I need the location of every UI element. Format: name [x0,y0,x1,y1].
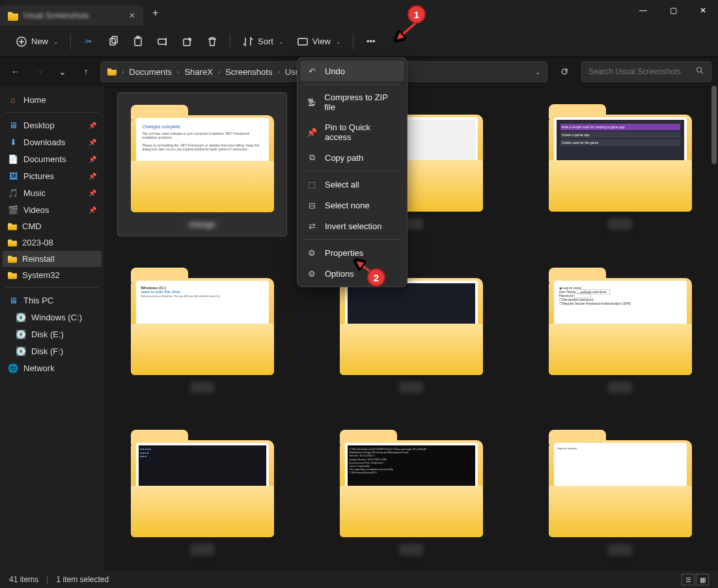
folder-item[interactable]: Windows (C:)need to scan this drivefind … [117,256,287,399]
sidebar-item-network[interactable]: 🌐 Network [3,359,102,376]
view-button[interactable]: View ⌄ [292,32,346,51]
sidebar-item-label: Pictures [23,171,54,181]
pin-icon: 📌 [89,206,96,214]
rename-button[interactable] [152,32,174,51]
icons-view-button[interactable]: ▦ [696,574,709,585]
drive-icon: 💽 [16,346,26,356]
refresh-button[interactable] [553,61,576,82]
ctx-invert[interactable]: ⇄Invert selection [300,216,404,236]
document-icon: 📄 [8,154,18,164]
folder-item[interactable]: ◉ Log on usingUser Name: outlook-usernam… [535,256,705,399]
ctx-pin[interactable]: 📌Pin to Quick access [300,117,404,147]
ctx-undo[interactable]: ↶Undo [300,61,404,81]
tab-title: Usual Screenshots [23,11,89,20]
pin-icon: 📌 [89,139,96,146]
sidebar-item-documents[interactable]: 📄Documents📌 [3,150,102,167]
new-button[interactable]: New ⌄ [10,32,64,51]
sidebar-item-label: 2023-08 [22,238,53,247]
search-box[interactable] [581,61,711,82]
ctx-zip[interactable]: 🗜Compress to ZIP file [300,87,404,117]
back-button[interactable]: ← [7,63,25,81]
sidebar-item-system32[interactable]: System32 [3,267,102,283]
sidebar-item-videos[interactable]: 🎬Videos📌 [3,201,102,218]
folder-label [608,544,632,555]
drive-label: Disk (E:) [31,329,64,339]
sidebar-item-label: System32 [22,270,60,280]
sidebar-drive[interactable]: 💽Disk (F:) [3,343,102,359]
up-button[interactable]: ↑ [77,63,95,81]
folder-item[interactable]: ■ ■ ■ ■ ■■ ■ ■ ■■ ■ ■ [117,418,287,561]
recent-button[interactable]: ⌄ [53,63,72,81]
separator [5,112,99,113]
delete-button[interactable] [201,32,223,51]
ctx-copy[interactable]: ⧉Copy path [300,147,404,168]
select-all-icon: ⬚ [307,179,317,189]
sidebar-item-label: Reinstall [22,254,55,264]
cut-button[interactable]: ✂ [77,32,100,51]
forward-button[interactable]: → [30,63,48,81]
sidebar-item-home[interactable]: ⌂ Home [3,91,102,108]
folder-item[interactable]: Changes completeThe tool has made change… [117,92,287,236]
sidebar-drive[interactable]: 💽Windows (C:) [3,309,102,326]
content-area: Changes completeThe tool has made change… [104,86,718,571]
tab-current[interactable]: Usual Screenshots ✕ [0,5,143,26]
folder-icon [8,255,17,263]
pin-icon: 📌 [89,122,96,129]
sidebar-item-reinstall[interactable]: Reinstall [3,251,102,267]
copy-button[interactable] [102,32,124,51]
sidebar-item-music[interactable]: 🎵Music📌 [3,184,102,201]
folder-grid: Changes completeThe tool has made change… [117,92,705,561]
annotation-badge-2: 2 [367,268,385,287]
ctx-select-none[interactable]: ⊟Select none [300,195,404,216]
crumb-documents[interactable]: Documents [129,67,172,77]
sidebar-item-label: Music [23,188,46,198]
crumb-sharex[interactable]: ShareX [184,67,212,77]
ctx-select-all[interactable]: ⬚Select all [300,174,404,195]
crumb-screenshots[interactable]: Screenshots [225,67,272,77]
network-icon: 🌐 [8,363,18,373]
sidebar-item-cmd[interactable]: CMD [3,218,102,234]
ellipsis-icon: ••• [365,36,377,48]
folder-thumbnail: Windows (C:)need to scan this drivefind … [131,261,274,375]
folder-item[interactable]: C:\Windows\System32>DISM /Online /Cleanu… [326,418,496,561]
scrollbar[interactable] [711,86,717,164]
drive-label: Windows (C:) [31,313,82,322]
sidebar-drive[interactable]: 💽Disk (E:) [3,326,102,343]
sidebar-item-desktop[interactable]: 🖥Desktop📌 [3,117,102,133]
folder-icon [8,272,17,279]
details-view-button[interactable]: ☰ [682,574,695,585]
minimize-button[interactable]: ― [628,0,658,21]
sidebar-item-thispc[interactable]: 🖥 This PC [3,292,102,309]
paste-button[interactable] [127,32,149,51]
folder-item[interactable]: Explorer window [535,418,705,561]
close-button[interactable]: ✕ [688,0,718,21]
sidebar-item-label: Downloads [23,137,65,147]
chevron-right-icon: › [218,68,220,76]
sort-button[interactable]: Sort ⌄ [237,32,289,51]
pin-icon: 📌 [307,127,317,137]
folder-thumbnail: write a simple code for creating a game … [549,98,692,212]
annotation-badge-1: 1 [407,5,426,23]
maximize-button[interactable]: ▢ [658,0,688,21]
more-button[interactable]: ••• [360,32,382,51]
folder-label [190,382,214,393]
sidebar-item-downloads[interactable]: ⬇Downloads📌 [3,133,102,150]
plus-circle-icon [16,36,27,48]
share-button[interactable] [176,32,199,51]
new-tab-button[interactable]: + [143,7,167,19]
folder-label [399,544,423,555]
rename-icon [157,36,169,48]
tab-close-icon[interactable]: ✕ [129,11,135,20]
chevron-down-icon[interactable]: ⌄ [535,68,540,76]
status-count: 41 items [9,575,38,584]
pin-icon: 📌 [89,156,96,163]
sidebar-item-pictures[interactable]: 🖼Pictures📌 [3,167,102,184]
folder-item[interactable]: write a simple code for creating a game … [535,92,705,236]
chevron-right-icon: › [277,68,279,76]
trash-icon [206,36,218,48]
sidebar-item-label: Videos [23,205,49,215]
svg-rect-5 [135,38,141,46]
search-input[interactable] [588,67,691,76]
video-icon: 🎬 [8,204,18,215]
sidebar-item-202308[interactable]: 2023-08 [3,234,102,251]
